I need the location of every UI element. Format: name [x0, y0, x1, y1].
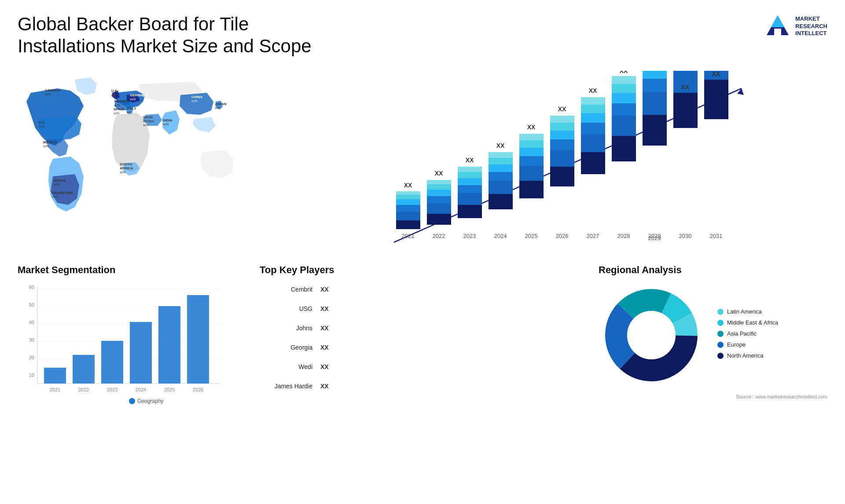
svg-rect-78 [550, 150, 574, 167]
player-name: James Hardie [260, 383, 312, 390]
svg-text:CANADA: CANADA [45, 88, 60, 92]
legend-item-latin: Latin America [717, 308, 778, 315]
svg-text:SOUTH: SOUTH [120, 162, 132, 166]
svg-rect-61 [489, 194, 513, 209]
player-bar-container: XX [317, 340, 585, 354]
svg-text:2023: 2023 [107, 387, 118, 392]
player-value: XX [320, 383, 329, 390]
svg-text:20: 20 [29, 355, 34, 360]
svg-text:2030: 2030 [679, 233, 692, 239]
svg-text:U.K.: U.K. [111, 89, 118, 93]
svg-text:GERMANY: GERMANY [130, 93, 148, 97]
legend-item-europe: Europe [717, 341, 778, 348]
donut-container: Latin America Middle East & Africa Asia … [599, 282, 827, 390]
svg-text:xx%: xx% [163, 123, 169, 126]
svg-rect-96 [612, 93, 636, 103]
svg-rect-42 [396, 191, 420, 195]
regional-legend: Latin America Middle East & Africa Asia … [717, 308, 778, 363]
svg-rect-70 [519, 166, 544, 181]
svg-text:xx%: xx% [120, 171, 125, 174]
svg-text:2022: 2022 [78, 387, 89, 392]
svg-text:XX: XX [681, 84, 690, 91]
svg-rect-107 [673, 93, 698, 128]
svg-point-142 [129, 398, 135, 404]
svg-rect-131 [73, 355, 95, 383]
svg-rect-38 [396, 212, 420, 220]
player-bar-container: XX [317, 302, 585, 316]
segmentation-section: Market Segmentation 60 50 40 30 20 10 [18, 264, 246, 407]
svg-rect-50 [427, 180, 451, 184]
svg-text:INDIA: INDIA [163, 118, 173, 122]
svg-text:40: 40 [29, 320, 34, 325]
svg-text:XX: XX [650, 71, 659, 72]
svg-text:MEXICO: MEXICO [43, 140, 57, 144]
svg-rect-62 [489, 181, 513, 194]
segmentation-title: Market Segmentation [18, 264, 246, 276]
svg-text:xx%: xx% [45, 93, 51, 96]
legend-item-na: North America [717, 352, 778, 359]
key-players-section: Top Key Players CembritXXUSGXXJohnsXXGeo… [260, 264, 585, 407]
legend-dot-na [717, 353, 724, 359]
svg-rect-87 [581, 123, 605, 134]
svg-point-149 [627, 311, 676, 359]
svg-text:xx%: xx% [54, 183, 59, 186]
donut-chart [599, 282, 704, 390]
svg-text:XX: XX [589, 87, 597, 94]
legend-item-mea: Middle East & Africa [717, 319, 778, 326]
svg-text:XX: XX [558, 106, 566, 113]
bar-chart-section: XX 2021 XX 2022 XX 2023 [286, 66, 827, 251]
svg-text:2025: 2025 [164, 387, 175, 392]
svg-text:10: 10 [29, 373, 34, 378]
regional-section: Regional Analysis [599, 264, 827, 407]
player-name: Georgia [260, 344, 312, 351]
player-value: XX [320, 325, 329, 332]
logo-area: MARKET RESEARCH INTELLECT [764, 13, 827, 40]
svg-text:2025: 2025 [525, 233, 538, 239]
svg-rect-71 [519, 156, 544, 166]
svg-rect-95 [612, 103, 636, 116]
player-row: CembritXX [260, 282, 585, 296]
legend-label-apac: Asia Pacific [727, 330, 757, 337]
legend-label-latin: Latin America [727, 308, 762, 315]
legend-label-mea: Middle East & Africa [727, 319, 778, 326]
svg-text:xx%: xx% [215, 106, 220, 110]
svg-text:xx%: xx% [143, 124, 149, 127]
svg-rect-47 [427, 196, 451, 204]
svg-text:30: 30 [29, 337, 34, 343]
player-bar-container: XX [317, 282, 585, 296]
svg-text:AFRICA: AFRICA [120, 166, 133, 170]
svg-rect-63 [489, 172, 513, 181]
page: Global Backer Board for Tile Installatio… [0, 0, 845, 504]
svg-rect-93 [612, 136, 636, 161]
svg-text:2028: 2028 [617, 233, 630, 239]
legend-label-europe: Europe [727, 341, 746, 348]
svg-rect-101 [643, 115, 667, 146]
svg-text:ARGENTINA: ARGENTINA [52, 191, 73, 195]
player-name: Johns [260, 325, 312, 332]
svg-marker-1 [771, 15, 784, 27]
svg-text:FRANCE: FRANCE [114, 99, 129, 103]
svg-text:CHINA: CHINA [191, 95, 203, 99]
svg-text:xx%: xx% [43, 145, 49, 148]
svg-text:XX: XX [404, 182, 412, 189]
svg-rect-79 [550, 139, 574, 150]
svg-rect-58 [458, 167, 482, 172]
player-name: USG [260, 305, 312, 312]
svg-text:XX: XX [712, 71, 720, 77]
bottom-row: Market Segmentation 60 50 40 30 20 10 [18, 264, 827, 407]
svg-text:60: 60 [29, 285, 34, 290]
svg-rect-94 [612, 116, 636, 136]
svg-rect-69 [519, 181, 544, 198]
legend-dot-latin [717, 309, 724, 315]
svg-rect-80 [550, 131, 574, 139]
svg-rect-89 [581, 105, 605, 113]
svg-rect-90 [581, 97, 605, 105]
svg-text:50: 50 [29, 302, 34, 307]
svg-rect-97 [612, 84, 636, 93]
svg-text:2031: 2031 [710, 233, 723, 239]
svg-rect-2 [774, 29, 781, 35]
svg-text:U.S.: U.S. [39, 121, 46, 124]
player-value: XX [320, 363, 329, 370]
svg-rect-65 [489, 158, 513, 164]
svg-rect-64 [489, 164, 513, 172]
